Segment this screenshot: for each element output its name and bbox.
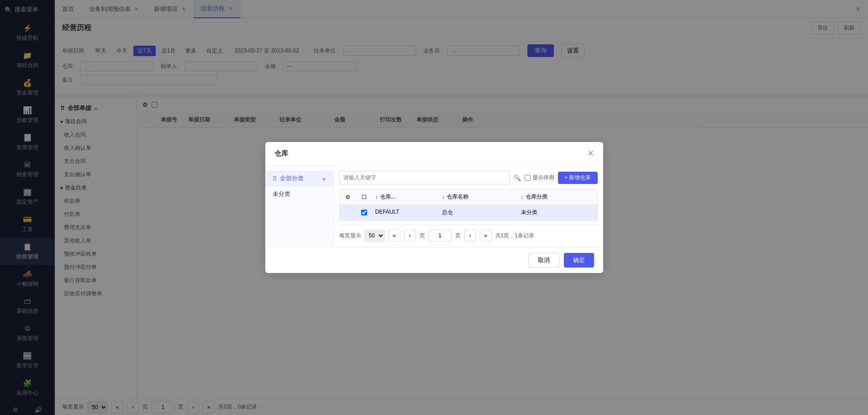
modal-category-all[interactable]: ⠿ 全部分类 « xyxy=(265,171,333,186)
modal-prev-page-button[interactable]: ‹ xyxy=(404,230,416,242)
modal-left-panel: ⠿ 全部分类 « 未分类 xyxy=(265,165,334,247)
show-disabled-label: 显示停用 xyxy=(532,174,554,182)
table-row[interactable]: DEFAULT 总仓 未分类 xyxy=(340,205,597,221)
modal-header: 仓库 ✕ xyxy=(265,142,603,165)
col-gear: ⚙ xyxy=(340,189,356,205)
modal-close-button[interactable]: ✕ xyxy=(587,148,594,158)
modal-confirm-button[interactable]: 确定 xyxy=(564,253,594,268)
col-check: ☐ xyxy=(356,189,373,205)
modal-first-page-button[interactable]: « xyxy=(389,230,400,242)
modal-title: 仓库 xyxy=(274,149,288,158)
grid-icon: ⠿ xyxy=(273,175,277,182)
col-name-header: ↕ 仓库名称 xyxy=(439,189,518,205)
add-warehouse-button[interactable]: + 新增仓库 xyxy=(558,172,597,184)
row-code: DEFAULT xyxy=(373,205,439,220)
modal-page-size-select[interactable]: 50 xyxy=(365,230,385,242)
row-name: 总仓 xyxy=(439,205,518,220)
modal-right-panel: 🔍 显示停用 + 新增仓库 ⚙ ☐ ↕ 仓库... xyxy=(334,165,603,247)
modal-page-label: 页 xyxy=(420,232,425,240)
modal-last-page-button[interactable]: » xyxy=(480,230,492,242)
col-code-header: ↕ 仓库... xyxy=(373,189,439,205)
sort-icon: ↕ xyxy=(375,194,378,200)
col-cat-header: ↕ 仓库分类 xyxy=(518,189,597,205)
modal-table-header: ⚙ ☐ ↕ 仓库... ↕ 仓库名称 ↕ 仓库分类 xyxy=(340,189,597,205)
warehouse-modal: 仓库 ✕ ⠿ 全部分类 « 未分类 🔍 xyxy=(265,142,603,273)
category-label: 未分类 xyxy=(273,190,290,198)
modal-search-input[interactable] xyxy=(339,171,510,184)
modal-table: ⚙ ☐ ↕ 仓库... ↕ 仓库名称 ↕ 仓库分类 xyxy=(339,189,598,221)
row-checkbox[interactable] xyxy=(356,205,373,220)
modal-search-bar: 🔍 显示停用 + 新增仓库 xyxy=(339,171,598,184)
show-disabled-checkbox[interactable] xyxy=(525,175,531,181)
search-icon[interactable]: 🔍 xyxy=(514,174,521,181)
modal-next-page-button[interactable]: › xyxy=(464,230,476,242)
row-select-checkbox[interactable] xyxy=(361,210,367,215)
modal-body: ⠿ 全部分类 « 未分类 🔍 显示停用 + 新增仓 xyxy=(265,165,603,247)
row-category: 未分类 xyxy=(518,205,597,220)
modal-action-footer: 取消 确定 xyxy=(265,247,603,273)
modal-cancel-button[interactable]: 取消 xyxy=(528,253,559,268)
modal-page-input[interactable] xyxy=(429,230,452,242)
sort-icon: ↕ xyxy=(442,194,445,200)
collapse-panel-button[interactable]: « xyxy=(322,175,326,182)
row-gear xyxy=(340,205,356,220)
sort-icon: ↕ xyxy=(521,194,524,200)
category-label: 全部分类 xyxy=(280,174,304,183)
modal-page-unit: 页 xyxy=(455,232,461,240)
modal-per-page-label: 每页显示 xyxy=(339,232,361,240)
modal-total-info: 共1页，1条记录 xyxy=(495,232,534,240)
show-disabled-checkbox-label: 显示停用 xyxy=(525,174,554,182)
modal-category-uncat[interactable]: 未分类 xyxy=(265,186,333,202)
modal-overlay: 仓库 ✕ ⠿ 全部分类 « 未分类 🔍 xyxy=(0,0,868,415)
modal-pagination: 每页显示 50 « ‹ 页 页 › » 共1页，1条记录 xyxy=(339,225,598,242)
